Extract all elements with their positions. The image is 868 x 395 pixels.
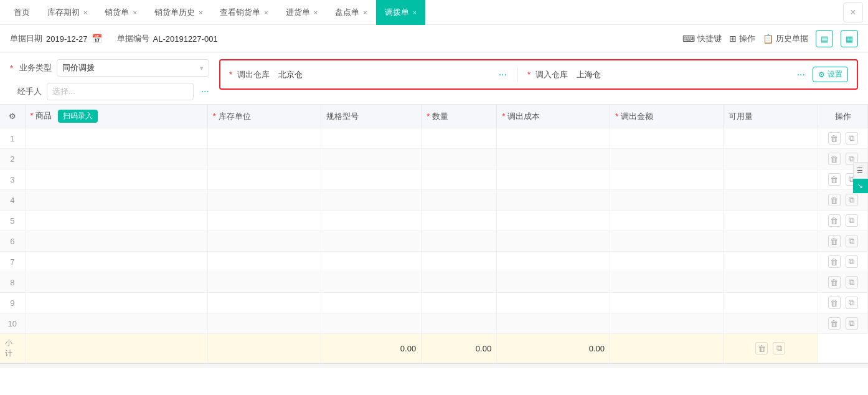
transfer-cost-cell[interactable]	[497, 252, 610, 272]
tab-close-icon[interactable]: ×	[83, 9, 87, 16]
spec-cell[interactable]	[321, 149, 422, 169]
tab-close-icon[interactable]: ×	[133, 9, 136, 16]
tab-close-icon[interactable]: ×	[199, 9, 202, 16]
spec-cell[interactable]	[321, 169, 422, 190]
tab-purchase-order[interactable]: 进货单 ×	[277, 0, 326, 25]
spec-cell[interactable]	[321, 231, 422, 252]
copy-icon[interactable]: ⧉	[846, 235, 858, 247]
tab-transfer-order[interactable]: 调拨单 ×	[376, 0, 425, 25]
tab-close-icon[interactable]: ×	[413, 9, 417, 16]
copy-icon[interactable]: ⧉	[846, 297, 858, 309]
business-type-select[interactable]: 同价调拨 ▾	[57, 59, 209, 77]
transfer-cost-cell[interactable]	[497, 128, 610, 149]
transfer-amount-cell[interactable]	[610, 313, 723, 334]
delete-icon[interactable]: 🗑	[828, 235, 841, 247]
delete-icon[interactable]: 🗑	[828, 214, 841, 227]
transfer-cost-cell[interactable]	[497, 211, 610, 231]
product-cell[interactable]	[25, 190, 207, 211]
delete-icon[interactable]: 🗑	[828, 255, 841, 268]
qty-cell[interactable]	[422, 211, 497, 231]
spec-cell[interactable]	[321, 252, 422, 272]
unit-cell[interactable]	[207, 252, 321, 272]
copy-icon[interactable]: ⧉	[846, 132, 858, 145]
transfer-amount-cell[interactable]	[610, 272, 723, 293]
layout-grid-button[interactable]: ▦	[841, 30, 858, 47]
tab-close-icon[interactable]: ×	[314, 9, 318, 16]
tab-inventory-check[interactable]: 盘点单 ×	[326, 0, 375, 25]
delete-icon[interactable]: 🗑	[828, 317, 841, 330]
product-cell[interactable]	[25, 231, 207, 252]
spec-cell[interactable]	[321, 293, 422, 313]
unit-cell[interactable]	[207, 231, 321, 252]
out-warehouse-more-icon[interactable]: ···	[499, 69, 507, 80]
transfer-cost-cell[interactable]	[497, 149, 610, 169]
tab-inventory-init[interactable]: 库存期初 ×	[39, 0, 96, 25]
layout-list-button[interactable]: ▤	[816, 30, 833, 47]
product-cell[interactable]	[25, 252, 207, 272]
delete-icon[interactable]: 🗑	[828, 153, 841, 165]
history-button[interactable]: 📋 历史单据	[763, 33, 808, 44]
transfer-amount-cell[interactable]	[610, 128, 723, 149]
expand-button[interactable]: ↗	[853, 179, 868, 193]
horizontal-scrollbar[interactable]	[0, 363, 868, 368]
transfer-amount-cell[interactable]	[610, 211, 723, 231]
delete-icon[interactable]: 🗑	[755, 342, 768, 355]
unit-cell[interactable]	[207, 169, 321, 190]
delete-icon[interactable]: 🗑	[828, 276, 841, 288]
product-cell[interactable]	[25, 169, 207, 190]
in-warehouse-more-icon[interactable]: ···	[797, 69, 805, 80]
tab-close-icon[interactable]: ×	[264, 9, 268, 16]
transfer-amount-cell[interactable]	[610, 149, 723, 169]
tab-view-sales[interactable]: 查看销货单 ×	[211, 0, 276, 25]
spec-cell[interactable]	[321, 211, 422, 231]
qty-cell[interactable]	[422, 190, 497, 211]
unit-cell[interactable]	[207, 190, 321, 211]
settings-button[interactable]: ⚙ 设置	[813, 67, 848, 82]
qty-cell[interactable]	[422, 128, 497, 149]
spec-cell[interactable]	[321, 190, 422, 211]
operations-button[interactable]: ⊞ 操作	[729, 33, 755, 44]
handler-more-icon[interactable]: ···	[201, 86, 209, 97]
unit-cell[interactable]	[207, 128, 321, 149]
product-cell[interactable]	[25, 293, 207, 313]
transfer-cost-cell[interactable]	[497, 231, 610, 252]
product-cell[interactable]	[25, 211, 207, 231]
handler-select[interactable]: 选择...	[47, 83, 194, 100]
tab-sales-order[interactable]: 销货单 ×	[96, 0, 145, 25]
qty-cell[interactable]	[422, 272, 497, 293]
spec-cell[interactable]	[321, 128, 422, 149]
tab-home[interactable]: 首页	[5, 0, 39, 25]
tab-sales-history[interactable]: 销货单历史 ×	[146, 0, 211, 25]
qty-cell[interactable]	[422, 313, 497, 334]
qty-cell[interactable]	[422, 169, 497, 190]
transfer-amount-cell[interactable]	[610, 231, 723, 252]
copy-icon[interactable]: ⧉	[846, 276, 858, 288]
tab-close-icon[interactable]: ×	[363, 9, 367, 16]
unit-cell[interactable]	[207, 149, 321, 169]
transfer-amount-cell[interactable]	[610, 252, 723, 272]
transfer-cost-cell[interactable]	[497, 313, 610, 334]
transfer-cost-cell[interactable]	[497, 293, 610, 313]
copy-icon[interactable]: ⧉	[773, 342, 785, 355]
product-cell[interactable]	[25, 272, 207, 293]
unit-cell[interactable]	[207, 293, 321, 313]
copy-icon[interactable]: ⧉	[846, 317, 858, 330]
unit-cell[interactable]	[207, 313, 321, 334]
copy-icon[interactable]: ⧉	[846, 194, 858, 206]
delete-icon[interactable]: 🗑	[828, 132, 841, 145]
transfer-cost-cell[interactable]	[497, 190, 610, 211]
scan-button[interactable]: 扫码录入	[58, 110, 98, 123]
unit-cell[interactable]	[207, 211, 321, 231]
qty-cell[interactable]	[422, 231, 497, 252]
spec-cell[interactable]	[321, 272, 422, 293]
transfer-amount-cell[interactable]	[610, 169, 723, 190]
list-view-button[interactable]: ☰	[853, 162, 868, 179]
qty-cell[interactable]	[422, 252, 497, 272]
col-settings[interactable]: ⚙	[0, 105, 25, 128]
delete-icon[interactable]: 🗑	[828, 194, 841, 206]
calendar-icon[interactable]: 📅	[92, 34, 102, 44]
copy-icon[interactable]: ⧉	[846, 214, 858, 227]
product-cell[interactable]	[25, 128, 207, 149]
copy-icon[interactable]: ⧉	[846, 255, 858, 268]
transfer-amount-cell[interactable]	[610, 190, 723, 211]
